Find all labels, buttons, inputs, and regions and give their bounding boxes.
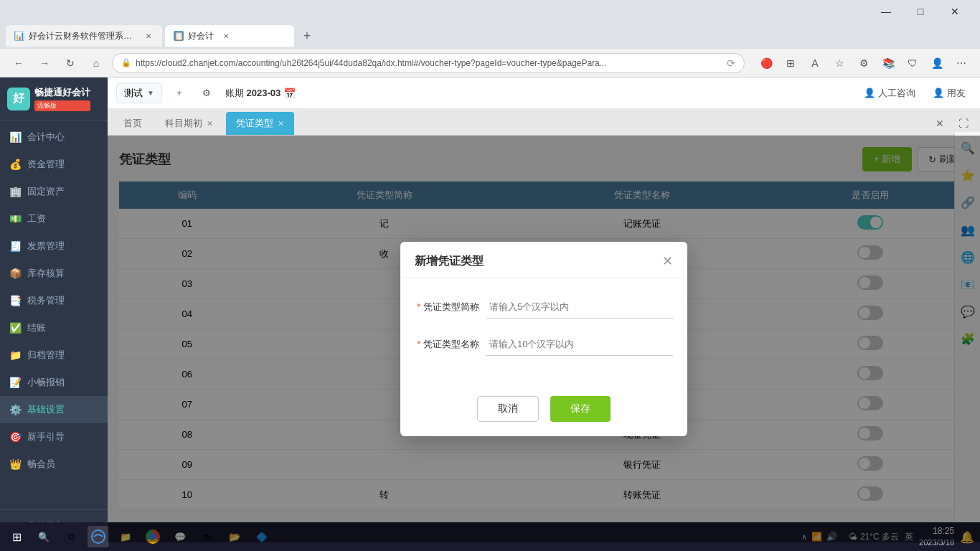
- member-icon: 👑: [9, 458, 22, 471]
- extension-btn-7[interactable]: 🛡: [903, 53, 923, 73]
- sidebar-item-inventory[interactable]: 📦 库存核算: [0, 260, 108, 287]
- settings-label: 基础设置: [27, 403, 65, 416]
- assets-label: 固定资产: [27, 185, 65, 198]
- full-name-row: 凭证类型名称: [415, 333, 673, 356]
- logo-badge: 流畅版: [34, 100, 90, 111]
- guide-icon: 🎯: [9, 430, 22, 443]
- sidebar-item-tax[interactable]: 📑 税务管理: [0, 287, 108, 314]
- sidebar-item-checkout[interactable]: ✅ 结账: [0, 314, 108, 342]
- add-voucher-dialog: 新增凭证类型 ✕ 凭证类型简称 凭证类型名称: [400, 242, 687, 436]
- tab-voucher[interactable]: 凭证类型 ✕: [226, 112, 294, 135]
- sidebar-item-salary[interactable]: 💵 工资: [0, 205, 108, 232]
- dialog-header: 新增凭证类型 ✕: [400, 242, 687, 278]
- sidebar-item-member[interactable]: 👑 畅会员: [0, 451, 108, 478]
- assets-icon: 🏢: [9, 185, 22, 198]
- support-icon: 👤: [864, 88, 875, 98]
- archive-label: 归档管理: [27, 349, 65, 362]
- sidebar: 好 畅捷通好会计 流畅版 📊 会计中心 💰 资金管理 🏢 固定资产 💵 工资: [0, 77, 108, 542]
- guide-label: 新手引导: [27, 430, 65, 443]
- reload-icon: ⟳: [727, 57, 735, 69]
- app-body: 好 畅捷通好会计 流畅版 📊 会计中心 💰 资金管理 🏢 固定资产 💵 工资: [0, 77, 980, 542]
- start-button[interactable]: ⊞: [6, 526, 27, 547]
- dialog-body: 凭证类型简称 凭证类型名称: [400, 278, 687, 387]
- settings-gear-button[interactable]: ⚙: [197, 85, 217, 101]
- sidebar-item-report[interactable]: 📝 小畅报销: [0, 369, 108, 396]
- checkout-icon: ✅: [9, 321, 22, 334]
- short-name-label: 凭证类型简称: [415, 301, 486, 314]
- logo-title: 畅捷通好会计: [34, 86, 90, 99]
- minimize-button[interactable]: —: [870, 0, 903, 23]
- inventory-label: 库存核算: [27, 267, 65, 280]
- sidebar-logo: 好 畅捷通好会计 流畅版: [0, 77, 108, 121]
- extension-btn-1[interactable]: 🔴: [756, 53, 776, 73]
- sidebar-item-assets[interactable]: 🏢 固定资产: [0, 178, 108, 205]
- company-name: 测试: [124, 87, 143, 100]
- home-nav-button[interactable]: ⌂: [86, 53, 106, 73]
- dialog-close-button[interactable]: ✕: [662, 253, 673, 269]
- extension-btn-6[interactable]: 📚: [878, 53, 898, 73]
- settings-icon: ⚙️: [9, 403, 22, 416]
- browser-extension-actions: 🔴 ⊞ A ☆ ⚙ 📚 🛡 👤 ⋯: [756, 53, 971, 73]
- close-button[interactable]: ✕: [938, 0, 971, 23]
- sidebar-item-finance[interactable]: 💰 资金管理: [0, 151, 108, 178]
- company-selector[interactable]: 测试 ▼: [116, 83, 162, 103]
- app-header: 测试 ▼ + ⚙ 账期 2023-03 📅 👤 人工咨询 👤 用友: [108, 77, 980, 109]
- back-button[interactable]: ←: [9, 53, 29, 73]
- taskbar-edge-button[interactable]: [88, 526, 109, 547]
- tab-voucher-close-button[interactable]: ✕: [278, 119, 284, 128]
- tab-subject[interactable]: 科目期初 ✕: [155, 112, 223, 135]
- tab2-close-button[interactable]: ✕: [221, 31, 231, 41]
- extension-btn-5[interactable]: ⚙: [854, 53, 874, 73]
- refresh-nav-button[interactable]: ↻: [60, 53, 80, 73]
- report-label: 小畅报销: [27, 376, 65, 389]
- user-profile-button[interactable]: 👤: [927, 53, 947, 73]
- new-tab-button[interactable]: +: [297, 26, 317, 46]
- support-button[interactable]: 👤 人工咨询: [858, 84, 921, 103]
- browser-controls: ← → ↻ ⌂ 🔒 https://cloud2.chanjet.com/acc…: [0, 49, 980, 77]
- sidebar-item-invoice[interactable]: 🧾 发票管理: [0, 232, 108, 260]
- maximize-button[interactable]: □: [904, 0, 937, 23]
- extension-btn-4[interactable]: ☆: [829, 53, 849, 73]
- tab1-title: 好会计云财务软件管理系统_会计: [29, 30, 136, 42]
- tab1-close-button[interactable]: ✕: [143, 31, 154, 41]
- browser-tab-2[interactable]: 📋 好会计 ✕: [165, 25, 294, 47]
- sidebar-item-settings[interactable]: ⚙️ 基础设置: [0, 396, 108, 423]
- sidebar-menu: 📊 会计中心 💰 资金管理 🏢 固定资产 💵 工资 🧾 发票管理 📦 库: [0, 121, 108, 509]
- address-bar[interactable]: 🔒 https://cloud2.chanjet.com/accounting/…: [112, 53, 745, 73]
- tab-home-label: 首页: [123, 117, 142, 130]
- tab-subject-close-button[interactable]: ✕: [207, 119, 213, 128]
- more-options-button[interactable]: ⋯: [951, 53, 971, 73]
- forward-button[interactable]: →: [34, 53, 55, 73]
- user-label: 用友: [947, 87, 966, 100]
- page-content: 凭证类型 + 新增 ↻ 刷新 编码 凭证类型简称: [108, 136, 980, 542]
- tax-icon: 📑: [9, 294, 22, 307]
- save-button[interactable]: 保存: [550, 396, 611, 422]
- cancel-button[interactable]: 取消: [477, 396, 539, 422]
- browser-tab-1[interactable]: 📊 好会计云财务软件管理系统_会计 ✕: [6, 25, 162, 47]
- sidebar-item-guide[interactable]: 🎯 新手引导: [0, 423, 108, 451]
- period-label: 账期: [225, 87, 244, 100]
- url-text: https://cloud2.chanjet.com/accounting/uh…: [136, 58, 722, 68]
- short-name-row: 凭证类型简称: [415, 296, 673, 319]
- add-company-button[interactable]: +: [171, 85, 188, 101]
- taskbar-search-button[interactable]: 🔍: [33, 526, 55, 547]
- tab2-title: 好会计: [188, 30, 214, 42]
- sidebar-item-dashboard[interactable]: 📊 会计中心: [0, 123, 108, 151]
- full-name-input[interactable]: [486, 333, 673, 356]
- short-name-input[interactable]: [486, 296, 673, 319]
- tab-home[interactable]: 首页: [113, 112, 152, 135]
- extension-btn-3[interactable]: A: [805, 53, 825, 73]
- calendar-icon[interactable]: 📅: [283, 88, 296, 99]
- full-name-label: 凭证类型名称: [415, 338, 486, 351]
- tab2-favicon: 📋: [174, 31, 184, 41]
- panel-close-button[interactable]: ✕: [930, 115, 950, 132]
- sidebar-item-archive[interactable]: 📁 归档管理: [0, 342, 108, 369]
- taskbar-task-view-button[interactable]: ⧉: [60, 526, 82, 547]
- chevron-down-icon: ▼: [147, 89, 154, 97]
- extension-btn-2[interactable]: ⊞: [781, 53, 801, 73]
- report-icon: 📝: [9, 376, 22, 389]
- salary-icon: 💵: [9, 212, 22, 225]
- user-button[interactable]: 👤 用友: [927, 84, 971, 103]
- browser-tab-bar: 📊 好会计云财务软件管理系统_会计 ✕ 📋 好会计 ✕ +: [0, 23, 980, 49]
- panel-expand-button[interactable]: ⛶: [953, 115, 974, 132]
